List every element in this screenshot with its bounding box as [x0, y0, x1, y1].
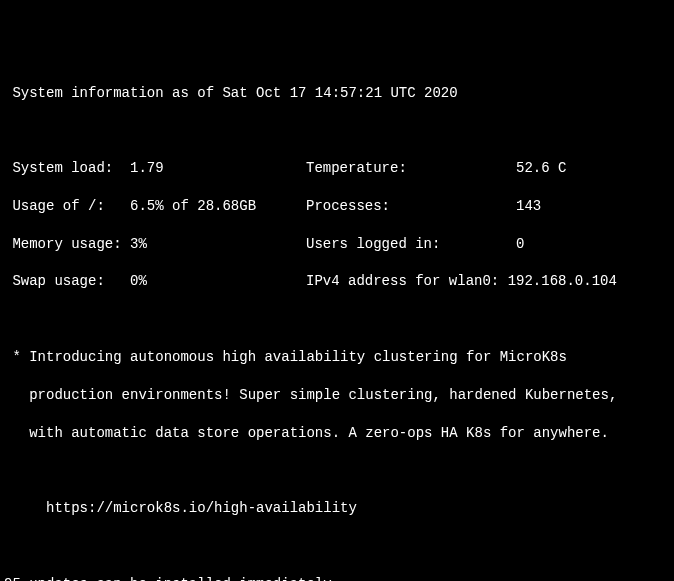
proc-label: Processes: [306, 197, 516, 216]
swap-value: 0% [130, 273, 147, 289]
announce-line-1: * Introducing autonomous high availabili… [4, 348, 670, 367]
blank-line [4, 537, 670, 556]
blank-line [4, 310, 670, 329]
load-label: System load: [4, 160, 130, 176]
system-info-header: System information as of Sat Oct 17 14:5… [4, 84, 670, 103]
announce-url: https://microk8s.io/high-availability [4, 499, 670, 518]
temp-value: 52.6 C [516, 159, 566, 178]
proc-value: 143 [516, 197, 541, 216]
users-label: Users logged in: [306, 235, 516, 254]
updates-line-1: 95 updates can be installed immediately. [4, 575, 670, 581]
blank-line [4, 121, 670, 140]
mem-value: 3% [130, 236, 147, 252]
blank-line [4, 461, 670, 480]
usage-value: 6.5% of 28.68GB [130, 198, 256, 214]
users-value: 0 [516, 235, 524, 254]
mem-label: Memory usage: [4, 236, 130, 252]
temp-label: Temperature: [306, 159, 516, 178]
swap-label: Swap usage: [4, 273, 130, 289]
load-value: 1.79 [130, 160, 164, 176]
ip-label: IPv4 address for wlan0: [306, 272, 508, 291]
ip-value: 192.168.0.104 [508, 272, 617, 291]
announce-line-2: production environments! Super simple cl… [4, 386, 670, 405]
stat-usage: Usage of /: 6.5% of 28.68GBProcesses:143 [4, 197, 670, 216]
stat-load: System load: 1.79Temperature:52.6 C [4, 159, 670, 178]
stat-swap: Swap usage: 0%IPv4 address for wlan0: 19… [4, 272, 670, 291]
stat-memory: Memory usage: 3%Users logged in:0 [4, 235, 670, 254]
usage-label: Usage of /: [4, 198, 130, 214]
announce-line-3: with automatic data store operations. A … [4, 424, 670, 443]
